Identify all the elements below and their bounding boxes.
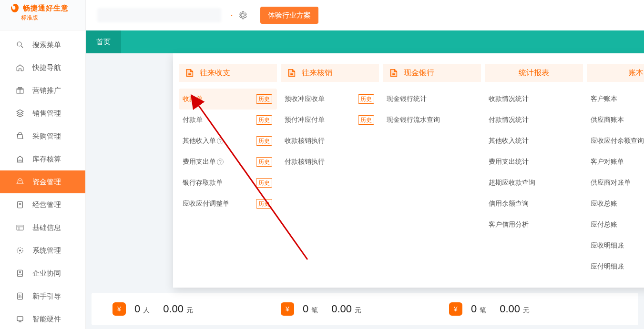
help-icon[interactable]: ? <box>217 159 224 165</box>
history-tag[interactable]: 历史 <box>358 115 374 125</box>
stat-amount: 0.00 <box>500 303 520 315</box>
sidebar-item-system[interactable]: 系统管理 <box>0 239 85 262</box>
svg-rect-14 <box>17 317 23 321</box>
sidebar: 畅捷通好生意 标准版 搜索菜单快捷导航营销推广销售管理采购管理库存核算资金管理经… <box>0 0 86 329</box>
mega-link[interactable]: 现金银行统计 <box>387 95 481 103</box>
history-tag[interactable]: 历史 <box>256 199 272 209</box>
svg-point-11 <box>20 271 21 273</box>
help-icon[interactable]: ? <box>217 138 224 144</box>
svg-point-0 <box>17 42 21 46</box>
sidebar-item-label: 系统管理 <box>32 246 61 255</box>
stat-count-unit: 笔 <box>480 306 486 315</box>
mega-link[interactable]: 费用支出统计 <box>489 158 583 166</box>
sidebar-item-funds[interactable]: 资金管理 <box>0 170 85 193</box>
mega-link[interactable]: 付款核销执行 <box>285 158 379 166</box>
mega-link[interactable]: 收款单 <box>183 95 256 103</box>
sidebar-item-stock[interactable]: 库存核算 <box>0 148 85 170</box>
mega-col-1: 往来核销预收冲应收单历史预付冲应付单历史收款核销执行付款核销执行 <box>279 64 381 277</box>
sidebar-item-label: 企业协同 <box>32 269 61 278</box>
history-tag[interactable]: 历史 <box>256 94 272 104</box>
biz-icon <box>15 200 25 209</box>
mega-link[interactable]: 现金银行流水查询 <box>387 116 481 124</box>
sidebar-item-label: 新手引导 <box>32 292 61 301</box>
svg-text:新: 新 <box>18 294 22 299</box>
mega-link-row: 超期应收款查询 <box>485 172 583 193</box>
mega-link[interactable]: 预付冲应付单 <box>285 116 358 124</box>
main-area: 体验行业方案 首页 往来收支收款单历史付款单历史其他收入单?历史费用支出单?历史… <box>86 0 644 329</box>
mega-link[interactable]: 预收冲应收单 <box>285 95 358 103</box>
mega-link[interactable]: 其他收入统计 <box>489 137 583 145</box>
mega-link[interactable]: 应付明细账 <box>591 262 644 271</box>
mega-link-row: 应收应付调整单历史 <box>179 193 277 214</box>
sidebar-item-label: 基础信息 <box>32 223 61 232</box>
sidebar-item-sale[interactable]: 销售管理 <box>0 102 85 125</box>
mega-col-title: 现金银行 <box>404 68 434 78</box>
tab-home[interactable]: 首页 <box>86 30 121 53</box>
sidebar-item-collab[interactable]: 企业协同 <box>0 262 85 285</box>
mega-link-row: 客户账本 <box>587 89 644 110</box>
mega-col-header: 统计报表 <box>485 64 583 82</box>
mega-link[interactable]: 付款情况统计 <box>489 116 583 124</box>
history-tag[interactable]: 历史 <box>256 136 272 146</box>
sidebar-item-base[interactable]: 基础信息 <box>0 216 85 239</box>
mega-link-row: 付款核销执行 <box>281 151 379 172</box>
sidebar-item-biz[interactable]: 经营管理 <box>0 193 85 216</box>
mega-link[interactable]: 应收明细账 <box>591 241 644 250</box>
mega-col-header: 往来核销 <box>281 64 379 82</box>
history-tag[interactable]: 历史 <box>256 157 272 167</box>
stat-amount: 0.00 <box>331 303 352 315</box>
mega-link[interactable]: 应收应付调整单 <box>183 199 256 208</box>
mega-link-row: 预收冲应收单历史 <box>281 89 379 110</box>
mega-col-header: 账本 <box>587 64 644 82</box>
sidebar-item-gift[interactable]: 营销推广 <box>0 79 85 102</box>
stat-block: ¥0人0.00元 <box>112 302 281 316</box>
sidebar-item-hardware[interactable]: 智能硬件 <box>0 308 85 329</box>
org-selector[interactable] <box>97 8 221 22</box>
mega-link[interactable]: 其他收入单? <box>183 137 256 145</box>
gear-icon[interactable] <box>235 7 251 23</box>
system-icon <box>15 246 25 255</box>
mega-link-label: 现金银行统计 <box>387 95 427 103</box>
history-tag[interactable]: 历史 <box>256 115 272 125</box>
sidebar-item-home[interactable]: 快捷导航 <box>0 56 85 79</box>
mega-link-label: 费用支出单 <box>183 158 216 166</box>
mega-link[interactable]: 供应商对账单 <box>591 179 644 187</box>
mega-link[interactable]: 客户信用分析 <box>489 220 583 229</box>
mega-link-row: 应付总账 <box>587 214 644 235</box>
mega-link[interactable]: 信用余额查询 <box>489 199 583 208</box>
sidebar-item-label: 智能硬件 <box>32 315 61 324</box>
mega-link-row: 其他收入统计 <box>485 130 583 151</box>
mega-link[interactable]: 银行存取款单 <box>183 179 256 187</box>
svg-rect-5 <box>17 225 23 230</box>
sidebar-item-guide[interactable]: 新新手引导 <box>0 285 85 308</box>
history-tag[interactable]: 历史 <box>358 94 374 104</box>
mega-link[interactable]: 供应商账本 <box>591 116 644 124</box>
mega-link[interactable]: 付款单 <box>183 116 256 124</box>
sidebar-item-cart[interactable]: 采购管理 <box>0 125 85 148</box>
mega-link[interactable]: 费用支出单? <box>183 158 256 166</box>
mega-link[interactable]: 应收总账 <box>591 199 644 208</box>
mega-link[interactable]: 收款情况统计 <box>489 95 583 103</box>
sidebar-item-search[interactable]: 搜索菜单 <box>0 33 85 56</box>
mega-link-label: 供应商账本 <box>591 116 624 124</box>
mega-link[interactable]: 收款核销执行 <box>285 137 379 145</box>
sale-icon <box>15 109 25 118</box>
mega-link-row: 客户信用分析 <box>485 214 583 235</box>
sidebar-item-label: 资金管理 <box>32 178 61 187</box>
mega-link[interactable]: 应付总账 <box>591 220 644 229</box>
guide-icon: 新 <box>15 291 25 301</box>
mega-link[interactable]: 客户账本 <box>591 95 644 103</box>
mega-link-row: 预付冲应付单历史 <box>281 110 379 130</box>
mega-link-row: 客户对账单 <box>587 151 644 172</box>
mega-link[interactable]: 应收应付余额查询 <box>591 137 644 145</box>
mega-link-row: 费用支出单?历史 <box>179 151 277 172</box>
stat-strip: ¥0人0.00元¥0笔0.00元¥0笔0.00元 <box>92 293 638 325</box>
chevron-down-icon[interactable] <box>229 12 235 18</box>
gift-icon <box>15 86 25 95</box>
history-tag[interactable]: 历史 <box>256 178 272 188</box>
mega-link[interactable]: 超期应收款查询 <box>489 179 583 187</box>
mega-link-row: 现金银行流水查询 <box>383 110 481 130</box>
cta-industry-plan-button[interactable]: 体验行业方案 <box>260 7 318 24</box>
mega-link[interactable]: 客户对账单 <box>591 158 644 166</box>
collab-icon <box>15 269 25 278</box>
